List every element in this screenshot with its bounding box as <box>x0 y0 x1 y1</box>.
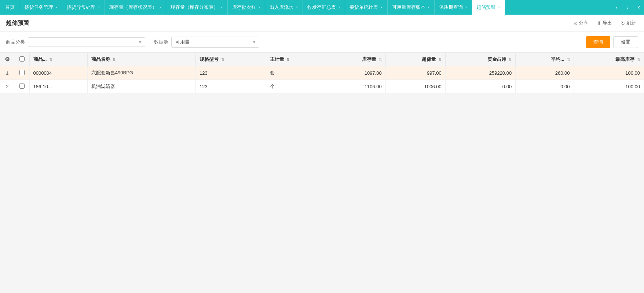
sort-icon: ⇅ <box>221 58 224 62</box>
cell-stock: 1097.00 <box>326 66 385 80</box>
datasource-select[interactable]: 可用量 ▾ <box>171 37 259 48</box>
col-header-product-name[interactable]: 商品名称 ⇅ <box>87 53 195 66</box>
col-header-unit[interactable]: 主计量 ⇅ <box>266 53 326 66</box>
tab-yaohuo-tongji[interactable]: 要货单统计表 × <box>345 0 387 15</box>
main-table: ⚙ 商品... ⇅ 商品名称 ⇅ 规格型号 ⇅ 主计量 <box>0 53 644 93</box>
sort-icon: ⇅ <box>379 58 382 62</box>
tab-jianghuo-renwu[interactable]: 拣货任务管理 × <box>20 0 62 15</box>
tab-close-icon[interactable]: × <box>428 5 430 10</box>
col-header-max-stock[interactable]: 最高库存 ⇅ <box>574 53 644 66</box>
chevron-down-icon: ▾ <box>253 40 255 45</box>
col-header-spec[interactable]: 规格型号 ⇅ <box>196 53 266 66</box>
nav-home[interactable]: 首页 <box>0 0 20 15</box>
cell-product-name: 机油滤清器 <box>87 80 195 93</box>
col-header-stock[interactable]: 库存量 ⇅ <box>326 53 385 66</box>
settings-button[interactable]: 设置 <box>613 36 638 48</box>
row-number: 2 <box>0 80 15 93</box>
row-checkbox-cell[interactable] <box>15 80 29 93</box>
row-checkbox-cell[interactable] <box>15 66 29 80</box>
nav-next-button[interactable]: › <box>622 0 633 15</box>
sort-icon: ⇅ <box>567 58 570 62</box>
table-row: 2 186-10... 机油滤清器 123 个 1106.00 1006.00 … <box>0 80 644 93</box>
share-button[interactable]: ⎋ 分享 <box>572 18 590 28</box>
table-row: 1 0000004 六配套新昌490BPG 123 套 1097.00 997.… <box>0 66 644 80</box>
tab-churuku-liushui[interactable]: 出入库流水 × <box>265 0 303 15</box>
tab-close-icon[interactable]: × <box>98 5 100 10</box>
cell-capital: 0.00 <box>445 80 515 93</box>
datasource-filter-group: 数据源 可用量 ▾ <box>154 37 259 48</box>
nav-prev-button[interactable]: ‹ <box>611 0 622 15</box>
sort-icon: ⇅ <box>113 58 116 62</box>
export-icon: ⬇ <box>597 21 601 26</box>
tab-jianghuo-yichang[interactable]: 拣货异常处理 × <box>62 0 105 15</box>
tab-close-icon[interactable]: × <box>498 5 500 10</box>
cell-spec: 123 <box>196 66 266 80</box>
refresh-button[interactable]: ↻ 刷新 <box>619 18 638 28</box>
col-header-overstock[interactable]: 超储量 ⇅ <box>385 53 445 66</box>
cell-capital: 259220.00 <box>445 66 515 80</box>
category-filter-group: 商品分类 ▾ <box>6 37 145 47</box>
nav-close-button[interactable]: × <box>633 0 644 15</box>
chevron-down-icon: ▾ <box>139 40 141 45</box>
cell-unit: 个 <box>266 80 326 93</box>
tab-close-icon[interactable]: × <box>296 5 298 10</box>
table-header-row: ⚙ 商品... ⇅ 商品名称 ⇅ 规格型号 ⇅ 主计量 <box>0 53 644 66</box>
filter-actions: 查询 设置 <box>586 36 638 48</box>
table-container: ⚙ 商品... ⇅ 商品名称 ⇅ 规格型号 ⇅ 主计量 <box>0 53 644 93</box>
cell-unit: 套 <box>266 66 326 80</box>
datasource-label: 数据源 <box>154 39 168 45</box>
sort-icon: ⇅ <box>509 58 512 62</box>
column-checkbox[interactable] <box>15 53 29 66</box>
filter-area: 商品分类 ▾ 数据源 可用量 ▾ 查询 设置 <box>0 32 644 53</box>
tab-close-icon[interactable]: × <box>220 5 223 10</box>
row-checkbox[interactable] <box>19 84 25 89</box>
nav-scroll-buttons: ‹ › × <box>611 0 644 15</box>
tab-close-icon[interactable]: × <box>380 5 383 10</box>
cell-max-stock: 100.00 <box>574 66 644 80</box>
sort-icon: ⇅ <box>439 58 442 62</box>
tab-shoufacun-huizong[interactable]: 收发存汇总表 × <box>303 0 345 15</box>
row-checkbox[interactable] <box>19 70 25 75</box>
datasource-value: 可用量 <box>175 39 190 45</box>
tab-close-icon[interactable]: × <box>55 5 58 10</box>
select-all-checkbox[interactable] <box>19 56 25 62</box>
cell-product-code: 186-10... <box>29 80 87 93</box>
tab-chaochuyujing[interactable]: 超储预警 × <box>472 0 505 15</box>
tab-close-icon[interactable]: × <box>465 5 467 10</box>
tab-baozhiqi-chaxun[interactable]: 保质期查询 × <box>435 0 472 15</box>
cell-overstock: 1006.00 <box>385 80 445 93</box>
page-title: 超储预警 <box>6 19 29 27</box>
cell-avg: 0.00 <box>516 80 574 93</box>
tab-xiancunliang-dist[interactable]: 现存量（库存分布表） × <box>166 0 227 15</box>
page-header: 超储预警 ⎋ 分享 ⬇ 导出 ↻ 刷新 <box>0 15 644 32</box>
sort-icon: ⇅ <box>286 58 289 62</box>
category-label: 商品分类 <box>6 39 25 45</box>
cell-spec: 123 <box>196 80 266 93</box>
query-button[interactable]: 查询 <box>586 36 610 48</box>
col-header-capital[interactable]: 资金占用 ⇅ <box>445 53 515 66</box>
cell-product-name: 六配套新昌490BPG <box>87 66 195 80</box>
share-icon: ⎋ <box>574 21 577 26</box>
tab-close-icon[interactable]: × <box>159 5 161 10</box>
category-select[interactable]: ▾ <box>28 37 145 47</box>
sort-icon: ⇅ <box>49 58 52 62</box>
col-header-avg[interactable]: 平均... ⇅ <box>516 53 574 66</box>
header-actions: ⎋ 分享 ⬇ 导出 ↻ 刷新 <box>572 18 638 28</box>
gear-icon[interactable]: ⚙ <box>5 56 10 62</box>
cell-stock: 1106.00 <box>326 80 385 93</box>
tab-close-icon[interactable]: × <box>338 5 340 10</box>
tab-close-icon[interactable]: × <box>258 5 260 10</box>
topbar: 首页 拣货任务管理 × 拣货异常处理 × 现存量（库存状况表） × 现存量（库存… <box>0 0 644 15</box>
tab-kucun-pici[interactable]: 库存批次账 × <box>228 0 265 15</box>
refresh-icon: ↻ <box>621 21 625 26</box>
tab-xiancunliang-status[interactable]: 现存量（库存状况表） × <box>105 0 166 15</box>
cell-product-code: 0000004 <box>29 66 87 80</box>
col-header-product-code[interactable]: 商品... ⇅ <box>29 53 87 66</box>
export-button[interactable]: ⬇ 导出 <box>595 18 614 28</box>
sort-icon: ⇅ <box>637 58 640 62</box>
tab-keyongliang-zhangben[interactable]: 可用量库存账本 × <box>388 0 435 15</box>
cell-overstock: 997.00 <box>385 66 445 80</box>
row-number: 1 <box>0 66 15 80</box>
cell-avg: 260.00 <box>516 66 574 80</box>
column-settings[interactable]: ⚙ <box>0 53 15 66</box>
